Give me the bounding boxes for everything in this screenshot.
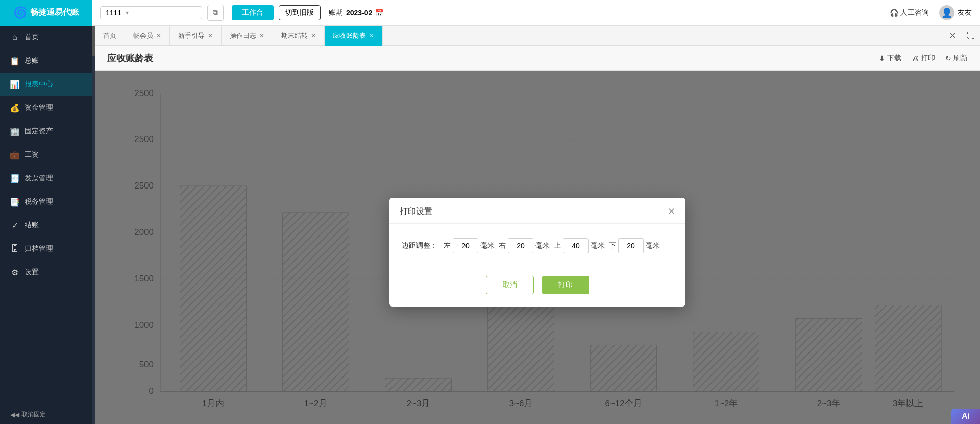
print-icon: 🖨	[912, 54, 919, 62]
sidebar-item-home[interactable]: ⌂ 首页	[0, 26, 92, 49]
left-margin-input[interactable]	[453, 238, 478, 253]
refresh-button[interactable]: ↻ 刷新	[945, 54, 968, 63]
sidebar-item-settings[interactable]: ⚙ 设置	[0, 261, 92, 284]
sidebar-label-settings: 设置	[24, 268, 39, 277]
tab-label-guide: 新手引导	[178, 31, 205, 40]
sidebar-label-archive_mgmt: 归档管理	[24, 244, 53, 253]
tab-close-member[interactable]: ✕	[156, 32, 161, 39]
top-margin-group: 上 毫米	[554, 238, 605, 253]
dialog-header: 打印设置 ✕	[389, 198, 685, 224]
right-margin-input[interactable]	[508, 238, 533, 253]
right-label: 右	[499, 241, 506, 250]
tab-period_end[interactable]: 期末结转✕	[273, 26, 325, 46]
tab-guide[interactable]: 新手引导✕	[170, 26, 222, 46]
left-unit: 毫米	[480, 241, 495, 250]
sidebar-item-archive_mgmt[interactable]: 🗄 归档管理	[0, 237, 92, 261]
refresh-icon: ↻	[945, 54, 951, 62]
print-confirm-button[interactable]: 打印	[542, 276, 589, 294]
home-icon: ⌂	[10, 33, 19, 42]
payroll-icon: 💼	[10, 150, 19, 159]
page-title: 应收账龄表	[107, 52, 153, 64]
company-selector[interactable]: 1111 ▾	[100, 6, 202, 19]
period-label: 账期	[329, 8, 343, 17]
dialog-body: 边距调整： 左 毫米 右 毫米	[389, 224, 685, 268]
copy-button[interactable]: ⧉	[207, 5, 224, 21]
user-button[interactable]: 👤 友友	[939, 5, 972, 20]
archive_mgmt-icon: 🗄	[10, 244, 19, 253]
fund_mgmt-icon: 💰	[10, 103, 19, 112]
logo: 🌀 畅捷通易代账	[0, 0, 92, 26]
tab-label-member: 畅会员	[133, 31, 153, 40]
report_center-icon: 📊	[10, 80, 19, 89]
refresh-label: 刷新	[953, 54, 968, 63]
tab-close-guide[interactable]: ✕	[208, 32, 213, 39]
avatar: 👤	[939, 5, 954, 20]
workbench-button[interactable]: 工作台	[232, 5, 274, 20]
ai-badge: Ai	[951, 409, 980, 424]
tab-operation_log[interactable]: 操作日志✕	[222, 26, 273, 46]
left-margin-group: 左 毫米	[444, 238, 495, 253]
bottom-label: 下	[609, 241, 616, 250]
print-label: 打印	[921, 54, 935, 63]
cancel-fixed-label: 取消固定	[21, 410, 46, 419]
print-button[interactable]: 🖨 打印	[912, 54, 935, 63]
support-label: 人工咨询	[900, 8, 929, 17]
checkout-icon: ✓	[10, 221, 19, 230]
headset-icon: 🎧	[890, 9, 898, 17]
sidebar-item-general_ledger[interactable]: 📋 总账	[0, 49, 92, 73]
sidebar-label-payroll: 工资	[24, 150, 39, 159]
expand-button[interactable]: ⛶	[962, 26, 980, 46]
logo-text: 畅捷通易代账	[30, 7, 79, 18]
top-unit: 毫米	[591, 241, 605, 250]
page-actions: ⬇ 下载 🖨 打印 ↻ 刷新	[879, 54, 968, 63]
sidebar-item-tax_mgmt[interactable]: 📑 税务管理	[0, 190, 92, 214]
tab-home[interactable]: 首页	[95, 26, 125, 46]
tab-member[interactable]: 畅会员✕	[125, 26, 170, 46]
dialog-footer: 取消 打印	[389, 268, 685, 307]
general_ledger-icon: 📋	[10, 56, 19, 65]
top-margin-input[interactable]	[563, 238, 589, 253]
sidebar-label-general_ledger: 总账	[24, 56, 39, 65]
tab-label-home: 首页	[103, 31, 116, 40]
dialog-close-button[interactable]: ✕	[668, 206, 675, 217]
tab-close-aging[interactable]: ✕	[369, 32, 374, 39]
user-icon: 👤	[941, 7, 952, 18]
chevron-down-icon: ▾	[126, 9, 129, 16]
sidebar-item-fixed_assets[interactable]: 🏢 固定资产	[0, 120, 92, 143]
margin-label: 边距调整：	[402, 241, 437, 250]
tax_mgmt-icon: 📑	[10, 197, 19, 206]
switch-old-button[interactable]: 切到旧版	[279, 5, 321, 20]
sidebar-item-report_center[interactable]: 📊 报表中心	[0, 73, 92, 96]
close-tab-button[interactable]: ✕	[943, 26, 962, 46]
dialog-title: 打印设置	[400, 206, 432, 217]
tabs-bar: 首页畅会员✕新手引导✕操作日志✕期末结转✕应收账龄表✕ ✕ ⛶	[95, 26, 980, 46]
copy-icon: ⧉	[213, 8, 218, 17]
arrow-left-icon: ◀◀	[10, 411, 19, 418]
page-header: 应收账龄表 ⬇ 下载 🖨 打印 ↻ 刷新	[95, 46, 980, 71]
right-unit: 毫米	[535, 241, 550, 250]
cancel-button[interactable]: 取消	[486, 276, 534, 294]
cancel-fixed-button[interactable]: ◀◀ 取消固定	[0, 405, 92, 424]
sidebar-item-invoice_mgmt[interactable]: 🧾 发票管理	[0, 167, 92, 190]
sidebar-label-home: 首页	[24, 33, 39, 42]
tab-close-operation_log[interactable]: ✕	[259, 32, 264, 39]
tab-label-operation_log: 操作日志	[230, 31, 256, 40]
sidebar-item-fund_mgmt[interactable]: 💰 资金管理	[0, 96, 92, 120]
sidebar-label-invoice_mgmt: 发票管理	[24, 174, 53, 183]
user-label: 友友	[958, 8, 972, 17]
sidebar-item-checkout[interactable]: ✓ 结账	[0, 214, 92, 237]
sidebar-item-payroll[interactable]: 💼 工资	[0, 143, 92, 167]
bottom-margin-input[interactable]	[618, 238, 644, 253]
download-label: 下载	[887, 54, 901, 63]
tab-label-aging: 应收账龄表	[333, 31, 366, 40]
tab-aging[interactable]: 应收账龄表✕	[325, 26, 383, 46]
margin-row: 边距调整： 左 毫米 右 毫米	[402, 238, 673, 253]
support-button[interactable]: 🎧 人工咨询	[890, 8, 929, 17]
top-label: 上	[554, 241, 561, 250]
invoice_mgmt-icon: 🧾	[10, 174, 19, 183]
download-button[interactable]: ⬇ 下载	[879, 54, 901, 63]
tab-close-period_end[interactable]: ✕	[311, 32, 316, 39]
download-icon: ⬇	[879, 54, 885, 62]
calendar-icon[interactable]: 📅	[375, 9, 384, 17]
sidebar-label-fixed_assets: 固定资产	[24, 127, 53, 136]
